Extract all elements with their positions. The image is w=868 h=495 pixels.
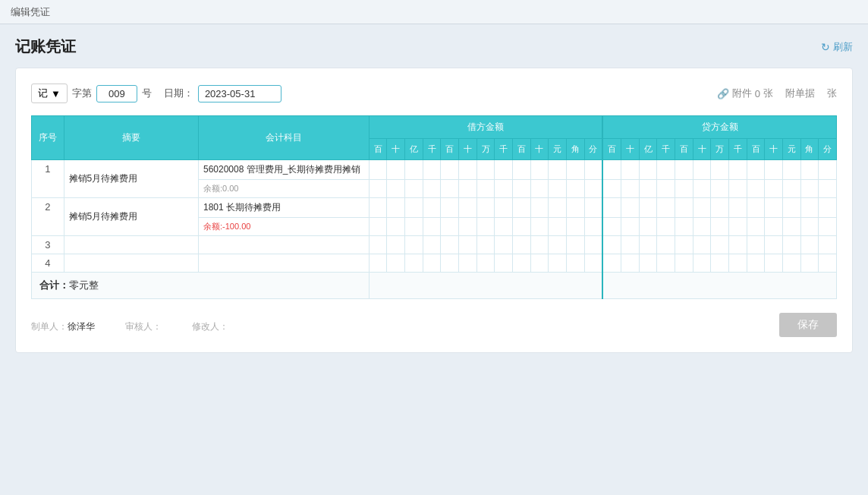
row-debit-3-11[interactable] (566, 254, 584, 273)
row-credit-0-6[interactable] (711, 160, 729, 180)
row-debit-3-2[interactable] (405, 254, 423, 273)
row-credit-0-10[interactable] (782, 160, 800, 180)
row-debit-1-9[interactable] (530, 198, 549, 218)
row-credit-2-2[interactable] (639, 236, 657, 254)
row-credit-1-5[interactable] (693, 198, 711, 218)
row-credit-2-1[interactable] (621, 236, 640, 254)
row-credit-3-1[interactable] (621, 254, 640, 273)
row-summary-0[interactable]: 摊销5月待摊费用 (64, 160, 198, 198)
row-account-3[interactable] (199, 254, 370, 273)
row-credit-1-11[interactable] (800, 198, 819, 218)
row-debit-3-9[interactable] (530, 254, 549, 273)
row-debit-0-0[interactable] (369, 160, 387, 180)
row-debit-0-6[interactable] (476, 160, 495, 180)
row-credit-2-4[interactable] (675, 236, 693, 254)
row-debit-2-11[interactable] (566, 236, 584, 254)
row-credit-3-10[interactable] (782, 254, 800, 273)
row-debit-0-3[interactable] (423, 160, 441, 180)
row-debit-2-3[interactable] (423, 236, 441, 254)
row-debit-3-4[interactable] (441, 254, 459, 273)
row-summary-1[interactable]: 摊销5月待摊费用 (64, 198, 198, 236)
row-debit-2-8[interactable] (512, 236, 530, 254)
row-debit-2-12[interactable] (584, 236, 602, 254)
row-credit-1-1[interactable] (621, 198, 640, 218)
row-debit-3-12[interactable] (584, 254, 602, 273)
row-credit-0-7[interactable] (729, 160, 747, 180)
row-debit-3-5[interactable] (459, 254, 477, 273)
row-debit-2-4[interactable] (441, 236, 459, 254)
row-debit-2-9[interactable] (530, 236, 549, 254)
row-debit-1-3[interactable] (423, 198, 441, 218)
row-debit-1-5[interactable] (459, 198, 477, 218)
row-credit-1-0[interactable] (602, 198, 621, 218)
row-credit-0-0[interactable] (602, 160, 621, 180)
row-debit-1-2[interactable] (405, 198, 423, 218)
row-credit-1-7[interactable] (729, 198, 747, 218)
row-debit-0-11[interactable] (566, 160, 584, 180)
row-credit-1-10[interactable] (782, 198, 800, 218)
row-debit-0-8[interactable] (512, 160, 530, 180)
row-credit-0-2[interactable] (639, 160, 657, 180)
attach-single-link[interactable]: 附单据 (785, 87, 815, 100)
row-debit-3-7[interactable] (495, 254, 513, 273)
row-credit-3-8[interactable] (747, 254, 765, 273)
row-debit-1-6[interactable] (476, 198, 495, 218)
row-credit-1-9[interactable] (765, 198, 783, 218)
row-debit-2-5[interactable] (459, 236, 477, 254)
row-debit-2-7[interactable] (495, 236, 513, 254)
row-credit-3-5[interactable] (693, 254, 711, 273)
row-debit-0-12[interactable] (584, 160, 602, 180)
row-debit-1-10[interactable] (549, 198, 567, 218)
row-debit-2-0[interactable] (369, 236, 387, 254)
row-debit-0-4[interactable] (441, 160, 459, 180)
row-credit-2-11[interactable] (800, 236, 819, 254)
row-credit-0-12[interactable] (819, 160, 837, 180)
row-credit-2-10[interactable] (782, 236, 800, 254)
row-debit-1-7[interactable] (495, 198, 513, 218)
row-credit-2-7[interactable] (729, 236, 747, 254)
row-credit-0-11[interactable] (800, 160, 819, 180)
row-credit-2-8[interactable] (747, 236, 765, 254)
row-debit-0-10[interactable] (549, 160, 567, 180)
row-debit-1-8[interactable] (512, 198, 530, 218)
row-debit-2-2[interactable] (405, 236, 423, 254)
row-debit-0-2[interactable] (405, 160, 423, 180)
row-credit-3-9[interactable] (765, 254, 783, 273)
row-credit-0-8[interactable] (747, 160, 765, 180)
row-debit-3-3[interactable] (423, 254, 441, 273)
row-debit-0-1[interactable] (387, 160, 405, 180)
row-account-2[interactable] (199, 236, 370, 254)
row-credit-2-5[interactable] (693, 236, 711, 254)
row-credit-0-9[interactable] (765, 160, 783, 180)
row-debit-3-1[interactable] (387, 254, 405, 273)
row-credit-1-2[interactable] (639, 198, 657, 218)
refresh-button[interactable]: ↻ 刷新 (821, 40, 853, 54)
row-summary-2[interactable] (64, 236, 198, 254)
row-credit-1-8[interactable] (747, 198, 765, 218)
row-debit-1-11[interactable] (566, 198, 584, 218)
row-credit-3-3[interactable] (657, 254, 675, 273)
row-debit-3-10[interactable] (549, 254, 567, 273)
row-credit-2-12[interactable] (819, 236, 837, 254)
row-credit-0-4[interactable] (675, 160, 693, 180)
row-debit-2-6[interactable] (476, 236, 495, 254)
row-credit-3-2[interactable] (639, 254, 657, 273)
row-credit-3-6[interactable] (711, 254, 729, 273)
row-debit-1-4[interactable] (441, 198, 459, 218)
row-debit-2-10[interactable] (549, 236, 567, 254)
row-debit-0-7[interactable] (495, 160, 513, 180)
row-debit-3-6[interactable] (476, 254, 495, 273)
voucher-number-input[interactable] (96, 85, 137, 102)
row-debit-1-12[interactable] (584, 198, 602, 218)
row-debit-1-1[interactable] (387, 198, 405, 218)
row-credit-3-12[interactable] (819, 254, 837, 273)
date-input[interactable] (198, 85, 281, 102)
row-debit-3-8[interactable] (512, 254, 530, 273)
row-debit-0-5[interactable] (459, 160, 477, 180)
row-account-0[interactable]: 56020008 管理费用_长期待摊费用摊销 (199, 160, 370, 180)
row-credit-3-7[interactable] (729, 254, 747, 273)
row-debit-0-9[interactable] (530, 160, 549, 180)
row-credit-3-11[interactable] (800, 254, 819, 273)
row-credit-2-0[interactable] (602, 236, 621, 254)
row-debit-2-1[interactable] (387, 236, 405, 254)
